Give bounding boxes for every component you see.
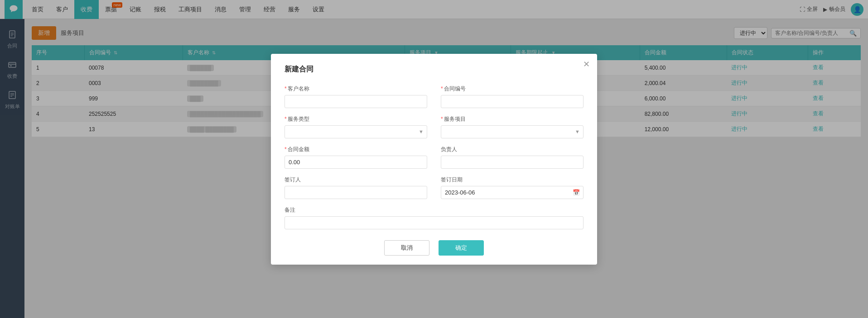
modal-footer: 取消 确定: [285, 240, 583, 256]
calendar-icon[interactable]: 📅: [573, 189, 580, 196]
field-amount: * 合同金额: [285, 146, 427, 169]
modal-overlay[interactable]: ✕ 新建合同 * 客户名称 * 合同编号 *: [0, 0, 868, 318]
modal-title: 新建合同: [285, 65, 583, 74]
sign-date-wrap: 📅: [441, 186, 583, 199]
service-item-input[interactable]: [441, 125, 583, 138]
owner-label: 负责人: [441, 146, 583, 153]
cancel-button[interactable]: 取消: [384, 240, 429, 256]
field-remark: 备注: [285, 206, 583, 229]
field-service-item: * 服务项目 ▼: [441, 115, 583, 138]
amount-input[interactable]: [285, 156, 427, 169]
sign-date-label: 签订日期: [441, 176, 583, 184]
modal-close-button[interactable]: ✕: [583, 60, 590, 68]
service-type-label: * 服务类型: [285, 115, 427, 123]
sign-date-input[interactable]: [441, 186, 583, 199]
signer-input[interactable]: [285, 186, 427, 199]
remark-input[interactable]: [285, 216, 583, 229]
field-contract-no: * 合同编号: [441, 85, 583, 108]
field-client-name: * 客户名称: [285, 85, 427, 108]
service-type-select-wrap: ▼: [285, 125, 427, 138]
form-grid: * 客户名称 * 合同编号 * 服务类型: [285, 85, 583, 229]
field-owner: 负责人: [441, 146, 583, 169]
owner-input[interactable]: [441, 156, 583, 169]
amount-label: * 合同金额: [285, 146, 427, 153]
contract-no-label: * 合同编号: [441, 85, 583, 93]
field-sign-date: 签订日期 📅: [441, 176, 583, 199]
service-item-select-wrap: ▼: [441, 125, 583, 138]
service-type-input[interactable]: [285, 125, 427, 138]
confirm-button[interactable]: 确定: [439, 240, 484, 256]
remark-label: 备注: [285, 206, 583, 214]
field-signer: 签订人: [285, 176, 427, 199]
client-name-label: * 客户名称: [285, 85, 427, 93]
new-contract-modal: ✕ 新建合同 * 客户名称 * 合同编号 *: [271, 54, 597, 265]
signer-label: 签订人: [285, 176, 427, 184]
client-name-input[interactable]: [285, 95, 427, 108]
contract-no-input[interactable]: [441, 95, 583, 108]
service-item-label: * 服务项目: [441, 115, 583, 123]
field-service-type: * 服务类型 ▼: [285, 115, 427, 138]
